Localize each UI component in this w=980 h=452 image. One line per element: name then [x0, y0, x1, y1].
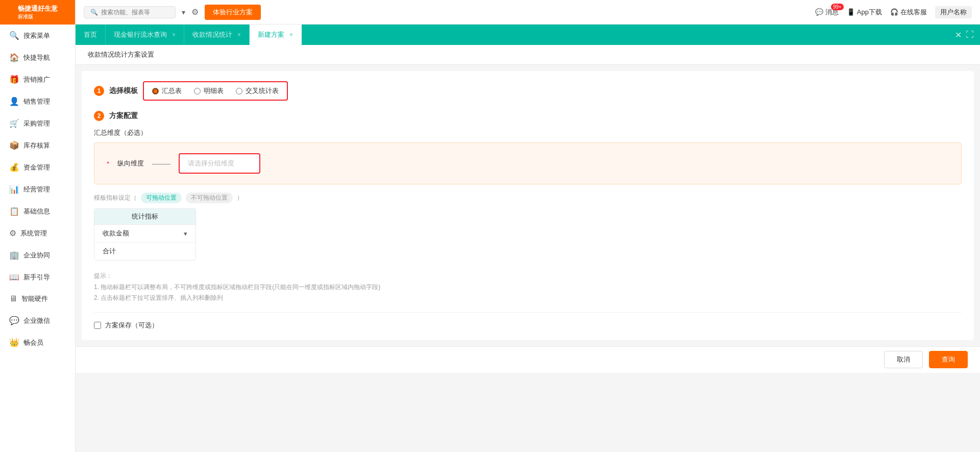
sidebar-item-system[interactable]: ⚙系统管理 [0, 222, 75, 244]
metrics-cell-collection-amount: 收款金额 ▾ [94, 225, 195, 243]
sidebar-item-sales[interactable]: 👤销售管理 [0, 90, 75, 112]
sidebar-item-hardware[interactable]: 🖥智能硬件 [0, 288, 75, 310]
radio-cross-input[interactable] [236, 88, 242, 94]
tabs-container: 首页现金银行流水查询×收款情况统计×新建方案× [76, 25, 302, 45]
sidebar-item-enterprise[interactable]: 🏢企业协同 [0, 244, 75, 266]
tab-label-cashflow: 现金银行流水查询 [114, 30, 167, 39]
sidebar-label-basic-info: 基础信息 [23, 207, 50, 216]
step1-header: 1 选择模板 汇总表 明细表 交叉统计表 [94, 81, 962, 101]
metrics-section: 模板指标设定（ 可拖动位置 不可拖动位置 ） 统计指标 收款金额 ▾ 合计 [94, 193, 962, 260]
tab-close-collection[interactable]: × [237, 31, 241, 38]
dimension-box: * 纵向维度 —— 请选择分组维度 [94, 142, 962, 184]
header-search-box[interactable]: 🔍 [84, 6, 176, 18]
page-title: 收款情况统计方案设置 [88, 51, 154, 58]
sidebar-label-guide: 新手引导 [23, 273, 50, 282]
message-icon: 💬 [815, 8, 823, 16]
sidebar-item-member[interactable]: 👑畅会员 [0, 331, 75, 353]
sidebar-label-weixin: 企业微信 [23, 316, 50, 325]
user-menu[interactable]: 用户名称 [935, 6, 972, 18]
dimension-row: * 纵向维度 —— 请选择分组维度 [107, 153, 949, 174]
metrics-table-header: 统计指标 [94, 209, 195, 225]
radio-summary-input[interactable] [152, 88, 159, 94]
required-indicator: * [107, 160, 109, 168]
tip1: 1. 拖动标题栏可以调整布局，不可跨维度或指标区域拖动栏目字段(只能在同一维度或… [94, 282, 962, 293]
sidebar-items: 🔍搜索菜单🏠快捷导航🎁营销推广👤销售管理🛒采购管理📦库存核算💰资金管理📊经营管理… [0, 25, 75, 353]
step1-number: 1 [94, 86, 104, 96]
dimension-section: 汇总维度（必选） * 纵向维度 —— 请选择分组维度 [94, 128, 962, 184]
dimension-title: 汇总维度（必选） [94, 128, 962, 137]
tab-label-home: 首页 [84, 30, 97, 39]
purchase-icon: 🛒 [9, 118, 19, 128]
tab-close-new-plan[interactable]: × [289, 31, 293, 38]
inventory-icon: 📦 [9, 140, 19, 150]
app-icon: 📱 [847, 8, 855, 16]
page-content: 收款情况统计方案设置 1 选择模板 汇总表 明细表 [76, 45, 980, 452]
operations-icon: 📊 [9, 184, 19, 194]
quick-nav-icon: 🏠 [9, 53, 19, 62]
tab-new-plan[interactable]: 新建方案× [250, 25, 302, 45]
sidebar: 畅捷通好生意 标准版 🔍搜索菜单🏠快捷导航🎁营销推广👤销售管理🛒采购管理📦库存核… [0, 0, 76, 452]
metrics-label-prefix: 模板指标设定（ [94, 194, 137, 202]
tab-collection[interactable]: 收款情况统计× [184, 25, 250, 45]
tab-cashflow[interactable]: 现金银行流水查询× [106, 25, 184, 45]
radio-detail-input[interactable] [194, 88, 201, 94]
sidebar-item-basic-info[interactable]: 📋基础信息 [0, 200, 75, 222]
basic-info-icon: 📋 [9, 206, 19, 216]
sidebar-label-marketing: 营销推广 [23, 75, 50, 84]
sidebar-logo: 畅捷通好生意 标准版 [0, 0, 75, 25]
settings-icon[interactable]: ⚙ [191, 7, 199, 17]
save-checkbox[interactable] [94, 322, 101, 329]
app-download-button[interactable]: 📱 App下载 [847, 8, 882, 17]
search-input[interactable] [101, 9, 167, 16]
save-option: 方案保存（可选） [94, 321, 962, 330]
radio-detail-label: 明细表 [204, 86, 224, 96]
metrics-label-suffix: ） [237, 194, 243, 202]
close-window-icon[interactable]: ✕ [955, 30, 962, 40]
sidebar-item-finance[interactable]: 💰资金管理 [0, 156, 75, 178]
sidebar-label-system: 系统管理 [20, 229, 47, 238]
vertical-dimension-label: 纵向维度 [117, 159, 144, 168]
search-menu-icon: 🔍 [9, 31, 19, 40]
save-label: 方案保存（可选） [105, 321, 158, 330]
sidebar-label-operations: 经营管理 [23, 185, 50, 194]
maximize-window-icon[interactable]: ⛶ [966, 30, 974, 39]
metrics-row-total: 合计 [94, 243, 195, 260]
sidebar-label-inventory: 库存核算 [23, 141, 50, 150]
sidebar-label-enterprise: 企业协同 [23, 251, 50, 260]
member-icon: 👑 [9, 338, 19, 347]
sidebar-item-guide[interactable]: 📖新手引导 [0, 266, 75, 288]
sidebar-item-purchase[interactable]: 🛒采购管理 [0, 112, 75, 134]
sidebar-item-operations[interactable]: 📊经营管理 [0, 178, 75, 200]
system-icon: ⚙ [9, 228, 16, 238]
radio-detail[interactable]: 明细表 [194, 86, 224, 96]
bottom-bar: 取消 查询 [76, 346, 980, 373]
logo-text: 畅捷通好生意 [18, 4, 58, 13]
tab-home[interactable]: 首页 [76, 25, 106, 45]
header-dropdown-button[interactable]: ▾ [182, 8, 185, 16]
query-button[interactable]: 查询 [929, 351, 968, 368]
radio-cross-label: 交叉统计表 [246, 86, 279, 96]
sidebar-item-inventory[interactable]: 📦库存核算 [0, 134, 75, 156]
sidebar-item-quick-nav[interactable]: 🏠快捷导航 [0, 46, 75, 68]
metrics-cell-total: 合计 [94, 243, 124, 260]
trial-button[interactable]: 体验行业方案 [205, 5, 261, 20]
sidebar-item-search-menu[interactable]: 🔍搜索菜单 [0, 25, 75, 46]
window-buttons: ✕ ⛶ [949, 25, 980, 45]
marketing-icon: 🎁 [9, 75, 19, 84]
metrics-row-collection-amount: 收款金额 ▾ [94, 225, 195, 243]
tab-close-cashflow[interactable]: × [172, 31, 176, 38]
sidebar-label-purchase: 采购管理 [23, 119, 50, 128]
sidebar-item-weixin[interactable]: 💬企业微信 [0, 310, 75, 331]
radio-summary[interactable]: 汇总表 [152, 86, 182, 96]
radio-cross[interactable]: 交叉统计表 [236, 86, 279, 96]
notification-button[interactable]: 💬 消息 99+ [815, 8, 839, 17]
dimension-selector-dropdown[interactable]: 请选择分组维度 [179, 153, 260, 174]
tab-label-collection: 收款情况统计 [192, 30, 232, 39]
sidebar-item-marketing[interactable]: 🎁营销推广 [0, 68, 75, 90]
logo-sub: 标准版 [18, 13, 58, 20]
cancel-button[interactable]: 取消 [884, 351, 923, 368]
radio-summary-label: 汇总表 [162, 86, 182, 96]
metrics-dropdown-collection-amount[interactable]: ▾ [184, 230, 187, 237]
online-service-button[interactable]: 🎧 在线客服 [890, 8, 927, 17]
tab-bar: 首页现金银行流水查询×收款情况统计×新建方案× ✕ ⛶ [76, 25, 980, 45]
